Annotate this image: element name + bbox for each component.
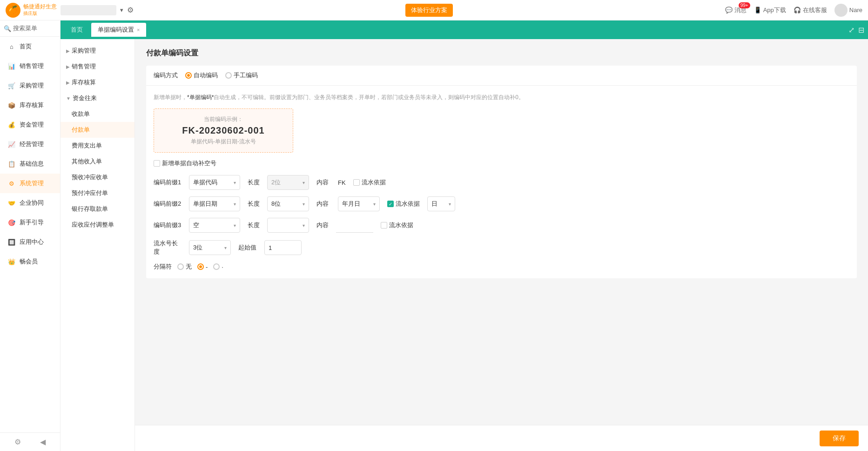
sidebar-item-advance-payment[interactable]: 预付冲应付单 [61,185,135,201]
chevron-right-icon: ▶ [66,48,70,54]
group-purchase: ▶ 采购管理 [61,43,135,59]
serial-start-input[interactable] [264,240,302,255]
sep-none[interactable]: 无 [177,263,192,271]
prefix2-unit-select[interactable]: 日 ▾ [427,196,455,211]
sidebar-item-home[interactable]: ⌂ 首页 [0,37,60,56]
sidebar-item-label: 首页 [20,42,32,51]
sidebar-item-apps[interactable]: 🔲 应用中心 [0,232,60,252]
prefix3-liushui-checkbox[interactable] [381,222,387,229]
sidebar-item-label: 系统管理 [20,179,44,188]
separator-label: 分隔符 [154,263,172,271]
sep-dash[interactable]: - [197,263,208,270]
encoding-radio-group: 自动编码 手工编码 [185,71,258,80]
prefix2-select-arrow-icon: ▾ [234,202,236,207]
main-panel: 付款单编码设置 编码方式 自动编码 [135,39,868,425]
radio-manual-circle [225,72,232,79]
sidebar-settings-btn[interactable]: ⚙ [14,438,21,446]
guide-icon: 🎯 [7,218,16,227]
radio-auto[interactable]: 自动编码 [185,71,218,80]
encoding-desc: 新增单据时，*单据编码*自动生成，不可编辑。前缀设置为部门、业务员等档案类，开单… [154,93,849,102]
group-sales-title[interactable]: ▶ 销售管理 [61,59,135,74]
group-purchase-title[interactable]: ▶ 采购管理 [61,43,135,59]
dropdown-arrow-icon[interactable]: ▾ [120,7,123,13]
sidebar-item-receivable-adj[interactable]: 应收应付调整单 [61,217,135,233]
tab-collapse-icon[interactable]: ⊟ [858,26,864,34]
sidebar-item-guide[interactable]: 🎯 新手引导 [0,213,60,232]
prefix2-content-arrow-icon: ▾ [373,202,376,207]
user-item[interactable]: Nare [834,4,862,17]
sidebar-item-partner[interactable]: 🤝 企业协同 [0,193,60,213]
prefix2-content-value: 年月日 [342,200,360,208]
prefix1-select[interactable]: 单据代码 ▾ [189,175,240,190]
sidebar-item-basic[interactable]: 📋 基础信息 [0,154,60,174]
tab-home[interactable]: 首页 [64,23,89,37]
sidebar-item-label: 库存核算 [20,101,44,109]
brand-icon-symbol: 🍊 [8,5,18,15]
prefix2-length-select[interactable]: 8位 ▾ [267,196,309,211]
prefix3-length-arrow-icon: ▾ [303,223,305,228]
prefix1-row: 编码前缀1 单据代码 ▾ 长度 2位 ▾ 内容 [154,175,849,190]
prefix1-length-select: 2位 ▾ [267,175,309,190]
prefix3-select-value: 空 [193,221,199,229]
tab-close-icon[interactable]: × [137,27,140,33]
prefix2-content-select[interactable]: 年月日 ▾ [338,196,380,211]
serial-length-select[interactable]: 3位 ▾ [189,240,231,255]
radio-manual[interactable]: 手工编码 [225,71,258,80]
prefix1-liushui-checkbox[interactable] [353,179,360,186]
sidebar-item-advance-receipt[interactable]: 预收冲应收单 [61,169,135,185]
sidebar-item-vip[interactable]: 👑 畅会员 [0,252,60,271]
encoding-card: 编码方式 自动编码 手工编码 [146,66,857,278]
group-funds-title[interactable]: ▼ 资金往来 [61,90,135,106]
bottom-bar: 保存 [135,425,868,451]
sidebar-item-receipt[interactable]: 收款单 [61,106,135,122]
trial-button[interactable]: 体验行业方案 [405,4,453,17]
sidebar-item-sales[interactable]: 📊 销售管理 [0,56,60,76]
sidebar-item-label: 基础信息 [20,160,44,168]
sidebar-item-label: 企业协同 [20,199,44,207]
prefix3-length-select[interactable]: ▾ [267,218,309,233]
app-download-item[interactable]: 📱 App下载 [754,6,786,14]
encoding-method-label: 编码方式 [154,71,178,80]
auto-fill-checkbox[interactable]: 新增单据自动补空号 [154,159,216,168]
sidebar-item-other-income[interactable]: 其他收入单 [61,154,135,169]
sidebar-item-system[interactable]: ⚙ 系统管理 [0,174,60,193]
sidebar-item-operations[interactable]: 📈 经营管理 [0,135,60,154]
online-service-item[interactable]: 🎧 在线客服 [794,6,827,14]
separator-row: 分隔符 无 - [154,263,849,271]
sidebar-item-finance[interactable]: 💰 资金管理 [0,115,60,135]
group-sales: ▶ 销售管理 [61,59,135,74]
encoding-body: 新增单据时，*单据编码*自动生成，不可编辑。前缀设置为部门、业务员等档案类，开单… [146,86,857,278]
sidebar-item-label: 新手引导 [20,218,44,227]
tab-expand-icon[interactable]: ⤢ [848,26,855,34]
brand-sub: 插庄版 [23,10,57,17]
group-inventory-title[interactable]: ▶ 库存核算 [61,74,135,90]
sidebar-item-payment[interactable]: 付款单 [61,122,135,138]
user-name: Nare [849,7,862,13]
auto-fill-row: 新增单据自动补空号 [154,159,849,168]
settings-icon[interactable]: ⚙ [127,6,134,14]
preview-box: 当前编码示例： FK-20230602-001 单据代码-单据日期-流水号 [154,108,293,153]
sidebar-item-purchase[interactable]: 🛒 采购管理 [0,76,60,95]
right-area: 首页 单据编码设置 × ⤢ ⊟ ▶ 采购管理 [61,20,868,451]
search-icon: 🔍 [4,25,11,32]
prefix3-liushui: 流水依据 [381,221,413,229]
sidebar-search[interactable]: 🔍 搜索菜单 [0,20,60,37]
serial-length-arrow-icon: ▾ [224,245,227,250]
prefix2-content-label: 内容 [316,200,329,208]
sep-dot[interactable]: · [213,263,223,270]
sidebar-item-bank-deposit[interactable]: 银行存取款单 [61,201,135,217]
vip-icon: 👑 [7,257,16,266]
prefix2-liushui-checkbox[interactable]: ✓ [387,201,394,207]
message-item[interactable]: 💬 消息 99+ [725,6,747,14]
sidebar-item-inventory[interactable]: 📦 库存核算 [0,95,60,115]
search-bar[interactable] [61,5,116,15]
prefix3-content-input[interactable] [336,218,373,233]
operations-icon: 📈 [7,140,16,148]
tab-encoding-settings[interactable]: 单据编码设置 × [91,23,146,37]
sidebar-item-expense[interactable]: 费用支出单 [61,138,135,154]
prefix3-select[interactable]: 空 ▾ [189,218,240,233]
prefix2-select[interactable]: 单据日期 ▾ [189,196,240,211]
save-button[interactable]: 保存 [820,431,859,446]
sidebar-collapse-btn[interactable]: ◀ [40,438,46,446]
main-panel-container: 付款单编码设置 编码方式 自动编码 [135,39,868,451]
